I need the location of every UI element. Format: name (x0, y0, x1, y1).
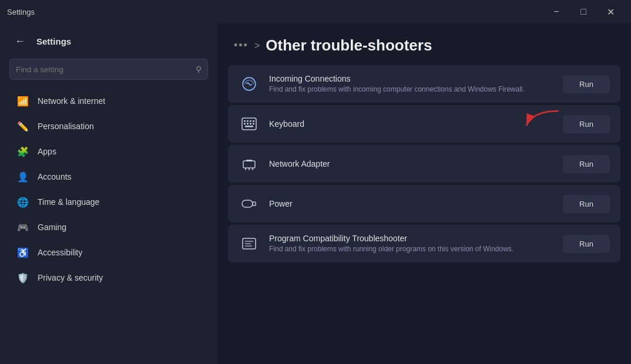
sidebar-item-network[interactable]: 📶 Network & internet (5, 89, 213, 113)
sidebar-item-label: Accessibility (38, 248, 82, 257)
sidebar-item-accessibility[interactable]: ♿ Accessibility (5, 240, 213, 265)
svg-rect-3 (247, 120, 249, 122)
search-input[interactable] (16, 65, 191, 74)
list-item: Incoming Connections Find and fix proble… (228, 65, 620, 103)
main-content: ••• > Other trouble-shooters Incoming Co… (217, 23, 631, 364)
sidebar: ← Settings ⚲ 📶 Network & internet ✏️ Per… (0, 23, 217, 364)
page-header: ••• > Other trouble-shooters (217, 23, 631, 65)
list-item: Network Adapter Run (228, 145, 620, 183)
accessibility-icon: ♿ (16, 246, 29, 259)
sidebar-item-apps[interactable]: 🧩 Apps (5, 139, 213, 164)
svg-rect-10 (245, 126, 253, 127)
svg-rect-4 (250, 120, 251, 122)
network-adapter-text: Network Adapter (269, 159, 553, 168)
title-bar-controls: − □ ✕ (543, 0, 624, 23)
title-bar-left: Settings (7, 8, 35, 16)
svg-rect-9 (253, 123, 254, 125)
search-wrapper: ⚲ (0, 59, 217, 88)
incoming-connections-desc: Find and fix problems with incoming comp… (269, 85, 553, 95)
program-compat-text: Program Compatibility Troubleshooter Fin… (269, 234, 553, 254)
incoming-connections-name: Incoming Connections (269, 74, 553, 83)
keyboard-name: Keyboard (269, 119, 553, 129)
sidebar-nav: 📶 Network & internet ✏️ Personalisation … (0, 88, 217, 291)
maximize-button[interactable]: □ (570, 0, 597, 23)
svg-rect-7 (247, 123, 249, 125)
keyboard-text: Keyboard (269, 119, 553, 129)
sidebar-item-time[interactable]: 🌐 Time & language (5, 190, 213, 214)
incoming-connections-icon (239, 73, 260, 95)
sidebar-item-accounts[interactable]: 👤 Accounts (5, 164, 213, 189)
program-compat-desc: Find and fix problems with running older… (269, 244, 553, 254)
sidebar-header: ← Settings (0, 23, 217, 59)
sidebar-item-personalisation[interactable]: ✏️ Personalisation (5, 114, 213, 139)
sidebar-item-label: Accounts (38, 172, 72, 181)
list-item: Power Run (228, 185, 620, 223)
sidebar-item-label: Time & language (38, 197, 99, 207)
network-icon: 📶 (16, 95, 29, 107)
svg-rect-17 (242, 200, 253, 207)
power-icon (239, 193, 260, 214)
sidebar-item-gaming[interactable]: 🎮 Gaming (5, 215, 213, 240)
sidebar-item-label: Privacy & security (38, 273, 103, 282)
power-name: Power (269, 199, 553, 208)
network-adapter-run-button[interactable]: Run (563, 155, 610, 173)
program-compat-icon (239, 233, 260, 254)
sidebar-settings-label: Settings (36, 36, 71, 46)
privacy-icon: 🛡️ (16, 271, 29, 284)
apps-icon: 🧩 (16, 145, 29, 158)
svg-rect-2 (244, 120, 246, 122)
list-item: Program Compatibility Troubleshooter Fin… (228, 225, 620, 262)
keyboard-run-button[interactable]: Run (563, 115, 610, 133)
minimize-button[interactable]: − (543, 0, 570, 23)
incoming-connections-run-button[interactable]: Run (563, 75, 610, 93)
breadcrumb-dots: ••• (234, 39, 249, 52)
troubleshooter-list: Incoming Connections Find and fix proble… (217, 65, 631, 262)
personalisation-icon: ✏️ (16, 120, 29, 133)
svg-rect-18 (253, 202, 256, 205)
back-button[interactable]: ← (11, 32, 29, 50)
search-icon: ⚲ (196, 65, 202, 74)
search-box[interactable]: ⚲ (9, 59, 208, 80)
list-item: Keyboard Run (228, 105, 620, 143)
accounts-icon: 👤 (16, 170, 29, 183)
gaming-icon: 🎮 (16, 221, 29, 234)
breadcrumb-chevron: > (254, 41, 260, 51)
app-body: ← Settings ⚲ 📶 Network & internet ✏️ Per… (0, 23, 631, 364)
svg-rect-6 (244, 123, 246, 125)
network-adapter-icon (239, 153, 260, 174)
sidebar-item-label: Apps (38, 147, 56, 156)
keyboard-icon (239, 113, 260, 134)
title-bar: Settings − □ ✕ (0, 0, 631, 23)
page-title: Other trouble-shooters (266, 36, 432, 55)
svg-rect-13 (246, 160, 252, 161)
sidebar-item-label: Personalisation (38, 122, 94, 131)
svg-rect-12 (243, 161, 255, 168)
svg-rect-8 (250, 123, 251, 125)
sidebar-item-label: Network & internet (38, 96, 105, 106)
network-adapter-name: Network Adapter (269, 159, 553, 168)
sidebar-item-privacy[interactable]: 🛡️ Privacy & security (5, 265, 213, 290)
svg-rect-5 (253, 120, 254, 122)
program-compat-run-button[interactable]: Run (563, 235, 610, 253)
power-text: Power (269, 199, 553, 208)
time-icon: 🌐 (16, 196, 29, 208)
power-run-button[interactable]: Run (563, 195, 610, 213)
sidebar-item-label: Gaming (38, 223, 66, 232)
incoming-connections-text: Incoming Connections Find and fix proble… (269, 74, 553, 95)
title-bar-title: Settings (7, 8, 35, 16)
close-button[interactable]: ✕ (597, 0, 624, 23)
program-compat-name: Program Compatibility Troubleshooter (269, 234, 553, 243)
